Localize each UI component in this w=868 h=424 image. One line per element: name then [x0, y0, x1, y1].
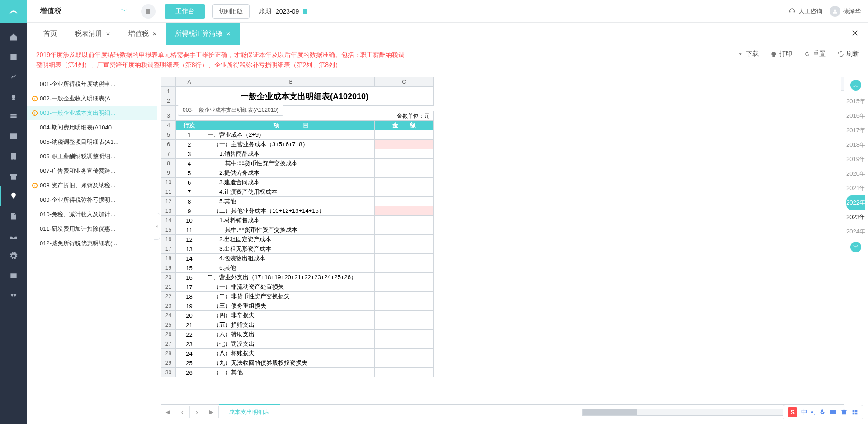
nav-archive[interactable] [0, 167, 27, 186]
table-row[interactable]: 106 3.建造合同成本 [161, 178, 434, 187]
consult-button[interactable]: 人工咨询 [788, 7, 822, 15]
close-icon[interactable]: ✕ [106, 31, 110, 37]
ime-bar[interactable]: S 中 •, [783, 405, 863, 419]
table-row[interactable]: 1612 2.出租固定资产成本 [161, 235, 434, 244]
doc-circle-button[interactable] [141, 4, 156, 19]
table-row[interactable]: 2622 （六）赞助支出 [161, 330, 434, 339]
nav-assets[interactable] [0, 107, 27, 127]
app-logo[interactable] [0, 0, 27, 23]
tab-3[interactable]: 所得税汇算清缴✕ [166, 23, 240, 45]
old-version-button[interactable]: 切到旧版 [212, 4, 250, 19]
table-row[interactable]: 84 其中:非货币性资产交换成本 [161, 159, 434, 168]
table-row[interactable]: 2117 （一）非流动资产处置损失 [161, 282, 434, 292]
table-row[interactable]: 2218 （二）非货币性资产交换损失 [161, 292, 434, 301]
table-row[interactable]: 2016二、营业外支出（17+18+19+20+21+22+23+24+25+2… [161, 273, 434, 282]
form-item-1[interactable]: !002-一般企业收入明细表(A... [27, 91, 157, 106]
close-icon[interactable]: ✕ [226, 31, 231, 37]
year-2016年[interactable]: 2016年 [846, 109, 865, 123]
user-menu[interactable]: 徐泽华 [830, 6, 861, 17]
tab-0[interactable]: 首页 [34, 23, 66, 45]
table-row[interactable]: 1410 1.材料销售成本 [161, 216, 434, 225]
sheet-prev[interactable]: ‹ [175, 406, 190, 418]
sheet-table[interactable]: ABC 1一般企业成本支出明细表(A102010) 2 003-一般企业成本支出… [161, 77, 434, 377]
tab-1[interactable]: 税表清册✕ [66, 23, 119, 45]
ime-punct: •, [811, 409, 815, 416]
sheet-breadcrumb: 003-一般企业成本支出明细表(A102010) [178, 105, 283, 116]
company-select[interactable]: 增值税 ﹀ [34, 3, 134, 19]
year-rail: ︽ 2015年2016年2017年2018年2019年2020年2021年202… [844, 77, 868, 424]
nav-tax[interactable] [0, 186, 27, 206]
reset-button[interactable]: 重置 [804, 50, 826, 58]
year-2018年[interactable]: 2018年 [846, 138, 865, 152]
table-row[interactable]: 2824 （八）坏账损失 [161, 349, 434, 358]
sheet-tab[interactable]: 成本支出明细表 [219, 404, 280, 419]
form-item-0[interactable]: 001-企业所得税年度纳税申... [27, 77, 157, 91]
table-row[interactable]: 2420 （四）非常损失 [161, 311, 434, 320]
sheet-first[interactable]: ◄ [161, 406, 175, 418]
year-2020年[interactable]: 2020年 [846, 167, 865, 181]
year-2022年[interactable]: 2022年 [846, 195, 865, 210]
year-scroll-up[interactable]: ︽ [850, 80, 861, 91]
year-2023年[interactable]: 2023年 [846, 210, 865, 224]
nav-inbox[interactable] [0, 226, 27, 246]
form-item-3[interactable]: 004-期间费用明细表(A1040... [27, 120, 157, 135]
nav-vip[interactable] [0, 286, 27, 306]
close-all-tabs[interactable] [851, 29, 859, 39]
print-button[interactable]: 打印 [770, 50, 792, 58]
table-row[interactable]: 128 5.其他 [161, 197, 434, 206]
table-row[interactable]: 1713 3.出租无形资产成本 [161, 244, 434, 254]
nav-voucher[interactable] [0, 47, 27, 67]
table-row[interactable]: 117 4.让渡资产使用权成本 [161, 187, 434, 197]
table-row[interactable]: 3026 （十）其他 [161, 368, 434, 377]
form-item-6[interactable]: 007-广告费和业务宣传费跨... [27, 164, 157, 178]
table-row[interactable]: 2925 （九）无法收回的债券股权投资损失 [161, 358, 434, 368]
year-2021年[interactable]: 2021年 [846, 181, 865, 195]
form-item-4[interactable]: 005-纳税调整项目明细表(A1... [27, 135, 157, 149]
table-row[interactable]: 62 （一）主营业务成本（3+5+6+7+8） [161, 140, 434, 149]
form-item-11[interactable]: 012-减免所得税优惠明细表(... [27, 236, 157, 251]
nav-salary[interactable] [0, 127, 27, 147]
year-2019年[interactable]: 2019年 [846, 152, 865, 167]
notice-text: 2019年度涉及取以前年度结转数据的申报表单元格需要手工维护正确，才能保证本年及… [36, 50, 407, 70]
form-item-2[interactable]: !003-一般企业成本支出明细... [27, 106, 157, 120]
nav-funds[interactable] [0, 87, 27, 107]
table-row[interactable]: 95 2.提供劳务成本 [161, 168, 434, 178]
sheet-last[interactable]: ► [204, 406, 219, 418]
nav-closing[interactable] [0, 206, 27, 226]
table-row[interactable]: 2723 （七）罚没支出 [161, 339, 434, 349]
table-row[interactable]: 139 （二）其他业务成本（10+12+13+14+15） [161, 206, 434, 216]
table-row[interactable]: 2319 （三）债务重组损失 [161, 301, 434, 311]
toolbox-icon [851, 409, 859, 416]
workspace-button[interactable]: 工作台 [165, 4, 205, 19]
sheet-next[interactable]: › [190, 406, 204, 418]
form-item-10[interactable]: 011-研发费用加计扣除优惠... [27, 222, 157, 236]
form-item-9[interactable]: 010-免税、减计收入及加计... [27, 207, 157, 222]
table-row[interactable]: 2521 （五）捐赠支出 [161, 320, 434, 330]
table-row[interactable]: 1915 5.其他 [161, 263, 434, 273]
nav-invoice[interactable] [0, 147, 27, 167]
close-icon[interactable]: ✕ [152, 31, 157, 37]
year-2024年[interactable]: 2024年 [846, 224, 865, 239]
refresh-button[interactable]: 刷新 [837, 50, 859, 58]
svg-text:!: ! [34, 96, 36, 101]
nav-home[interactable] [0, 27, 27, 47]
form-item-5[interactable]: 006-职工薪酬纳税调整明细... [27, 149, 157, 164]
company-name: 增值税 [40, 6, 61, 16]
table-row[interactable]: 1814 4.包装物出租成本 [161, 254, 434, 263]
table-row[interactable]: 73 1.销售商品成本 [161, 149, 434, 159]
nav-apps[interactable] [0, 266, 27, 286]
collapse-handle[interactable] [154, 213, 160, 240]
tab-2[interactable]: 增值税✕ [119, 23, 166, 45]
download-button[interactable]: 下载 [737, 50, 759, 58]
year-2015年[interactable]: 2015年 [846, 94, 865, 109]
form-item-7[interactable]: !008-资产折旧、摊销及纳税... [27, 178, 157, 193]
period-picker[interactable]: 2023-09 [276, 8, 309, 15]
year-scroll-down[interactable]: ︾ [850, 242, 861, 252]
year-2017年[interactable]: 2017年 [846, 123, 865, 138]
form-item-8[interactable]: 009-企业所得税弥补亏损明... [27, 193, 157, 207]
table-row[interactable]: 51一、营业成本（2+9） [161, 130, 434, 140]
warning-icon: ! [32, 95, 38, 102]
nav-settings[interactable] [0, 246, 27, 266]
table-row[interactable]: 1511 其中:非货币性资产交换成本 [161, 225, 434, 235]
nav-report[interactable] [0, 67, 27, 87]
